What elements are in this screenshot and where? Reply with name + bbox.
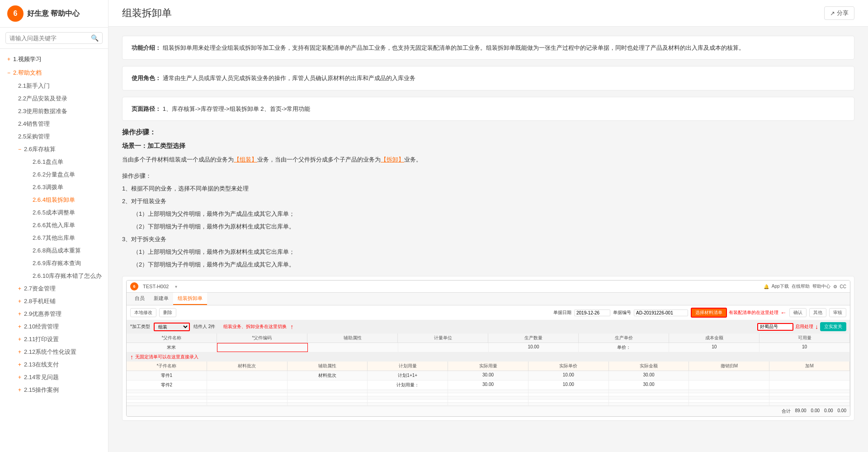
btn-print[interactable]: 审核 [829, 308, 846, 317]
sidebar-item-265[interactable]: 2.6.5成本调整单 [29, 206, 108, 219]
search-input[interactable] [9, 35, 91, 42]
cell-actual-price-2: 10.00 [528, 381, 609, 390]
cell-empty-7c [288, 403, 368, 405]
cell-empty-6h [689, 400, 769, 402]
cell-empty-7i [769, 403, 850, 405]
minus-icon-26: − [18, 146, 21, 152]
cell-actual-price-1: 10.00 [528, 371, 609, 380]
role-label: 使用角色： [132, 75, 161, 81]
content-area: 功能介绍： 组装拆卸单用来处理企业组装或拆卸等加工业务，支持有固定装配清单的产品… [108, 27, 868, 452]
btn-select-bom[interactable]: 选择材料清单 [691, 308, 727, 318]
link-chaijian[interactable]: 【拆卸】 [381, 156, 404, 163]
sidebar-item-268[interactable]: 2.6.8商品成本重算 [29, 244, 108, 257]
cell-plan-1: 计划1+1+ [368, 371, 448, 380]
cell-empty-7e [448, 403, 528, 405]
sidebar-item-264[interactable]: 2.6.4组装拆卸单 [29, 194, 108, 206]
sidebar-item-29-label: 2.9优惠券管理 [24, 310, 61, 318]
sidebar-item-215[interactable]: + 2.15操作案例 [14, 384, 108, 396]
annotation3-text: 启用处理 [795, 324, 813, 330]
cell-batch-2 [207, 381, 288, 390]
link-zuzhuang[interactable]: 【组装】 [234, 156, 257, 163]
sidebar-item-27[interactable]: + 2.7资金管理 [14, 282, 108, 295]
app-icon-cc: CC [840, 284, 846, 289]
cell-empty-4e [448, 393, 528, 396]
sidebar-item-docs[interactable]: − 2.帮助文档 [0, 66, 108, 80]
cell-empty-6c [288, 400, 368, 402]
cell-unit-1 [398, 343, 489, 352]
cell-parent-code-1 [217, 343, 308, 352]
order-input[interactable] [634, 309, 688, 316]
search-goods-input[interactable] [757, 323, 793, 331]
cell-empty-6a [127, 400, 207, 402]
app-tab-new[interactable]: 新建单 [149, 293, 173, 305]
col-prod-qty: 生产数量 [488, 333, 579, 343]
btn-other[interactable]: 其他 [809, 308, 826, 317]
sidebar-item-266[interactable]: 2.6.6其他入库单 [29, 219, 108, 232]
sidebar-item-docs-label: 2.帮助文档 [13, 69, 42, 77]
cell-plan-2: 计划用量： [368, 381, 448, 390]
sidebar-item-24[interactable]: 2.4销售管理 [14, 118, 108, 130]
sidebar-item-21[interactable]: 2.1新手入门 [14, 80, 108, 92]
step-2-1: （1）上部明细为父件明细，最终作为产成品生成其它入库单； [122, 208, 854, 220]
sidebar-item-video[interactable]: + 1.视频学习 [0, 52, 108, 66]
sidebar-item-23[interactable]: 2.3使用前数据准备 [14, 105, 108, 118]
sidebar-item-269[interactable]: 2.6.9库存账本查询 [29, 257, 108, 270]
feature-intro-label: 功能介绍： [132, 44, 161, 51]
cell-actual-qty-1: 30.00 [448, 371, 528, 380]
app-tab-home[interactable]: 自员 [130, 293, 149, 305]
sidebar-item-211[interactable]: + 2.11打印设置 [14, 333, 108, 346]
lower-grid-row-6 [127, 400, 850, 403]
cell-avail-qty-1: 10 [760, 343, 850, 352]
lower-grid-row-3 [127, 390, 850, 393]
app-btn-save[interactable]: 本地修改 [130, 308, 156, 317]
share-button[interactable]: ↗ 分享 [824, 6, 854, 20]
sidebar-item-25[interactable]: 2.5采购管理 [14, 130, 108, 143]
sidebar-item-212[interactable]: + 2.12系统个性化设置 [14, 346, 108, 358]
sidebar-item-210[interactable]: + 2.10经营管理 [14, 320, 108, 333]
plus-icon-212: + [18, 349, 21, 355]
sidebar-item-267[interactable]: 2.6.7其他出库单 [29, 232, 108, 244]
btn-confirm[interactable]: 确认 [789, 308, 807, 317]
role-block: 使用角色： 通常由生产人员或库管人员完成拆装业务的操作，库管人员确认原材料的出库… [122, 66, 854, 90]
cell-batch-1 [207, 371, 288, 380]
annotation4-arrow: ↑ [130, 353, 133, 361]
upper-grid-container: *父件名称 *父件编码 辅助属性 计量单位 生产数量 生产单价 成本金额 可用量… [127, 333, 850, 352]
cell-empty-6g [609, 400, 689, 402]
annotation3-arrow: ↓ [815, 323, 818, 330]
sidebar-item-262[interactable]: 2.6.2分量盘点单 [29, 168, 108, 181]
sidebar-item-23-label: 2.3使用前数据准备 [18, 107, 67, 115]
cell-empty-7a [127, 403, 207, 405]
app-btn-delete[interactable]: 删除 [159, 308, 176, 317]
sidebar-item-24-label: 2.4销售管理 [18, 120, 50, 128]
sidebar-item-214[interactable]: + 2.14常见问题 [14, 371, 108, 384]
cell-empty-4h [689, 393, 769, 396]
cell-empty-3f [528, 390, 609, 393]
sidebar-item-213-label: 2.13在线支付 [24, 361, 59, 369]
sidebar-item-26[interactable]: − 2.6库存核算 [14, 143, 108, 156]
total-label: 合计 [782, 408, 791, 414]
btn-process[interactable]: 立实发关 [820, 322, 846, 331]
search-icon[interactable]: 🔍 [91, 34, 99, 42]
sidebar-item-29[interactable]: + 2.9优惠券管理 [14, 308, 108, 320]
cell-empty-3a [127, 390, 207, 393]
page-title: 组装拆卸单 [122, 6, 172, 20]
sidebar-item-22[interactable]: 2.2产品安装及登录 [14, 92, 108, 105]
col-actual-qty: 实际用量 [448, 362, 528, 371]
annotation4-text: 无固定清单可以在这里直接录入 [135, 354, 198, 360]
date-input[interactable] [574, 309, 610, 316]
sidebar-sub-21: 2.1新手入门 2.2产品安装及登录 2.3使用前数据准备 2.4销售管理 2.… [0, 80, 108, 396]
logo-icon: 6 [7, 5, 24, 22]
col-cost-amt: 成本金额 [669, 333, 760, 343]
sidebar-item-video-label: 1.视频学习 [13, 55, 42, 63]
app-tab-main[interactable]: 组装拆卸单 [173, 293, 207, 305]
type-select[interactable]: 组装 拆卸 [154, 323, 190, 331]
sidebar-item-261[interactable]: 2.6.1盘点单 [29, 156, 108, 168]
sidebar-item-28-label: 2.8手机旺铺 [24, 297, 56, 305]
sidebar-item-213[interactable]: + 2.13在线支付 [14, 358, 108, 371]
cell-empty-5b [207, 396, 288, 399]
sidebar-item-263[interactable]: 2.6.3调拨单 [29, 181, 108, 194]
sidebar-item-28[interactable]: + 2.8手机旺铺 [14, 295, 108, 308]
sidebar-item-2610[interactable]: 2.6.10库存账本错了怎么办 [29, 270, 108, 282]
bottom-totals: 合计 89.00 0.00 0.00 0.00 [127, 406, 850, 416]
search-input-wrap[interactable]: 🔍 [5, 32, 103, 44]
